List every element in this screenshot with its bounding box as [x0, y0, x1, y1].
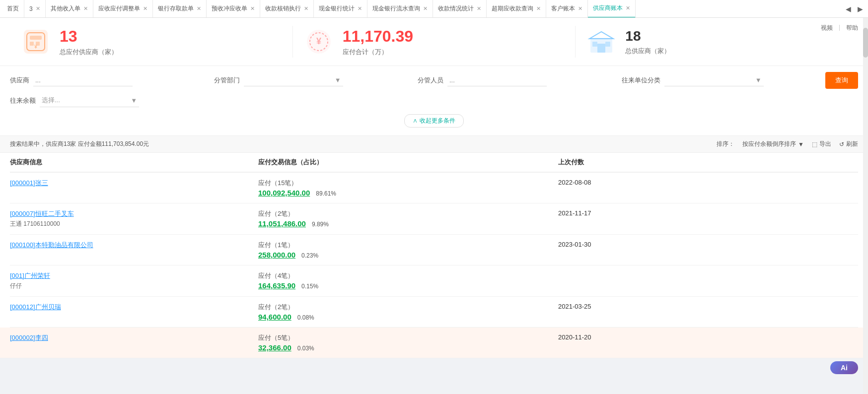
supplier-link[interactable]: [000001]张三 — [10, 179, 48, 187]
close-icon[interactable]: ✕ — [536, 5, 541, 12]
collapse-label: 收起更多条件 — [420, 117, 455, 124]
nav-tab-payment-stats[interactable]: 收款情况统计 ✕ — [433, 0, 487, 18]
balance-dropdown[interactable]: 选择... ▼ — [40, 94, 139, 107]
close-icon[interactable]: ✕ — [197, 5, 201, 12]
supplier-link[interactable]: [000012]广州贝瑞 — [10, 303, 61, 311]
close-icon[interactable]: ✕ — [83, 5, 88, 12]
nav-tab-bank[interactable]: 银行存取款单 ✕ — [153, 0, 207, 18]
help-link[interactable]: 帮助 — [846, 24, 858, 32]
trans-percent: 0.08% — [297, 314, 314, 321]
table-row: [000002]李四 应付（5笔） 32,366.00 0.03% 2020-1… — [0, 328, 868, 358]
close-icon[interactable]: ✕ — [143, 5, 147, 12]
category-dropdown[interactable]: ▼ — [664, 74, 764, 86]
close-icon[interactable]: ✕ — [578, 5, 582, 12]
nav-tab-adjustment-label: 应收应付调整单 — [98, 4, 140, 13]
stat-label-total-suppliers: 总供应商（家） — [625, 47, 848, 56]
department-dropdown[interactable]: ▼ — [244, 74, 343, 86]
nav-tab-cash-stats-label: 现金银行统计 — [319, 4, 355, 13]
close-icon[interactable]: ✕ — [304, 5, 308, 12]
chevron-down-icon: ▼ — [335, 76, 341, 84]
trans-amount[interactable]: 100,092,540.00 — [258, 189, 310, 197]
nav-tab-other-income-label: 其他收入单 — [51, 4, 80, 13]
video-link[interactable]: 视频 — [821, 24, 833, 32]
svg-rect-11 — [597, 44, 605, 53]
trans-label: 应付（4笔） — [258, 271, 558, 280]
balance-label: 往来余额 — [10, 96, 36, 105]
sort-value: 按应付余额倒序排序 — [742, 140, 796, 148]
export-icon: ⬚ — [812, 141, 817, 148]
nav-tab-customer-ledger[interactable]: 客户账本 ✕ — [546, 0, 588, 18]
nav-tab-3[interactable]: 3 ✕ — [24, 0, 46, 18]
nav-tab-overdue[interactable]: 超期应收款查询 ✕ — [487, 0, 546, 18]
table-row: [000001]张三 应付（15笔） 100,092,540.00 89.61%… — [10, 173, 858, 203]
supplier-info-cell: [000002]李四 — [10, 333, 258, 342]
nav-tab-other-income[interactable]: 其他收入单 ✕ — [46, 0, 93, 18]
department-field: 分管部门 ▼ — [214, 74, 408, 86]
nav-tab-home-label: 首页 — [7, 4, 19, 13]
trans-amount[interactable]: 164,635.90 — [258, 281, 295, 290]
nav-tab-cash-flow[interactable]: 现金银行流水查询 ✕ — [367, 0, 433, 18]
trans-amount[interactable]: 94,600.00 — [258, 313, 291, 321]
trans-amount[interactable]: 11,051,486.00 — [258, 219, 306, 228]
last-pay-cell: 2023-01-30 — [558, 241, 858, 248]
svg-rect-3 — [30, 42, 34, 46]
svg-rect-2 — [30, 36, 42, 40]
nav-next-arrow[interactable]: ▶ — [854, 0, 866, 18]
nav-tab-prepay[interactable]: 预收冲应收单 ✕ — [207, 0, 260, 18]
last-pay-cell: 2021-11-17 — [558, 209, 858, 217]
trans-amount[interactable]: 258,000.00 — [258, 251, 295, 259]
nav-tab-cash-stats[interactable]: 现金银行统计 ✕ — [314, 0, 367, 18]
nav-tab-supplier-ledger[interactable]: 供应商账本 ✕ — [588, 0, 636, 18]
stat-total-suppliers: 18 总供应商（家） — [576, 26, 858, 58]
nav-tab-3-label: 3 — [29, 5, 33, 12]
nav-tab-home[interactable]: 首页 — [2, 0, 24, 18]
svg-marker-10 — [589, 32, 613, 39]
refresh-button[interactable]: ↺ 刷新 — [839, 140, 858, 148]
data-table: 供应商信息 应付交易信息（占比） 上次付数 [000001]张三 应付（15笔）… — [0, 153, 868, 358]
stat-value-payable: 13 — [60, 27, 283, 46]
category-field: 往来单位分类 ▼ — [622, 74, 816, 86]
supplier-link[interactable]: [000100]本特勤油品有限公司 — [10, 241, 93, 249]
svg-text:¥: ¥ — [34, 44, 37, 50]
supplier-input[interactable] — [33, 74, 133, 86]
supplier-link[interactable]: [000007]恒旺二手叉车 — [10, 210, 74, 217]
export-button[interactable]: ⬚ 导出 — [812, 140, 831, 148]
scrollbar[interactable] — [863, 18, 868, 358]
close-icon[interactable]: ✕ — [250, 5, 255, 12]
transaction-cell: 应付（5笔） 32,366.00 0.03% — [258, 333, 558, 352]
supplier-link[interactable]: [001]广州荣轩 — [10, 272, 50, 279]
close-icon[interactable]: ✕ — [626, 5, 630, 11]
table-row: [000100]本特勤油品有限公司 应付（1笔） 258,000.00 0.23… — [10, 235, 858, 265]
sort-dropdown[interactable]: 按应付余额倒序排序 ▼ — [742, 140, 804, 148]
results-actions: 排序： 按应付余额倒序排序 ▼ ⬚ 导出 ↺ 刷新 — [717, 140, 858, 148]
trans-label: 应付（1笔） — [258, 241, 558, 250]
nav-tab-customer-ledger-label: 客户账本 — [551, 4, 575, 13]
stat-icon-supplier1: ¥ — [20, 26, 52, 58]
top-navigation: 首页 3 ✕ 其他收入单 ✕ 应收应付调整单 ✕ 银行存取款单 ✕ 预收冲应收单… — [0, 0, 868, 18]
supplier-label: 供应商 — [10, 76, 29, 85]
search-row-1: 供应商 分管部门 ▼ 分管人员 往来单位分类 ▼ 查询 — [10, 72, 858, 89]
transaction-cell: 应付（2笔） 94,600.00 0.08% — [258, 303, 558, 321]
nav-tab-adjustment[interactable]: 应收应付调整单 ✕ — [93, 0, 153, 18]
scrollbar-thumb[interactable] — [863, 28, 868, 58]
manager-input[interactable] — [447, 74, 547, 86]
nav-prev-arrow[interactable]: ◀ — [842, 0, 854, 18]
close-icon[interactable]: ✕ — [423, 5, 428, 12]
department-label: 分管部门 — [214, 76, 240, 85]
nav-tab-verify[interactable]: 收款核销执行 ✕ — [260, 0, 314, 18]
trans-percent: 0.15% — [301, 283, 318, 290]
close-icon[interactable]: ✕ — [477, 5, 481, 12]
table-header: 供应商信息 应付交易信息（占比） 上次付数 — [10, 153, 858, 173]
supplier-link[interactable]: [000002]李四 — [10, 334, 48, 341]
nav-scroll-arrows: ◀ ▶ — [842, 0, 866, 18]
stat-value-total-suppliers: 18 — [625, 28, 848, 45]
collapse-bar: ∧ 收起更多条件 — [10, 112, 858, 130]
chevron-down-icon: ▼ — [798, 141, 804, 148]
close-icon[interactable]: ✕ — [36, 5, 40, 12]
query-button[interactable]: 查询 — [825, 72, 858, 89]
results-info: 搜索结果中，供应商13家 应付金额111,703,854.00元 — [10, 140, 157, 148]
close-icon[interactable]: ✕ — [358, 5, 362, 12]
last-pay-cell: 2020-11-20 — [558, 333, 858, 341]
trans-amount[interactable]: 32,366.00 — [258, 343, 291, 352]
collapse-button[interactable]: ∧ 收起更多条件 — [404, 114, 463, 128]
